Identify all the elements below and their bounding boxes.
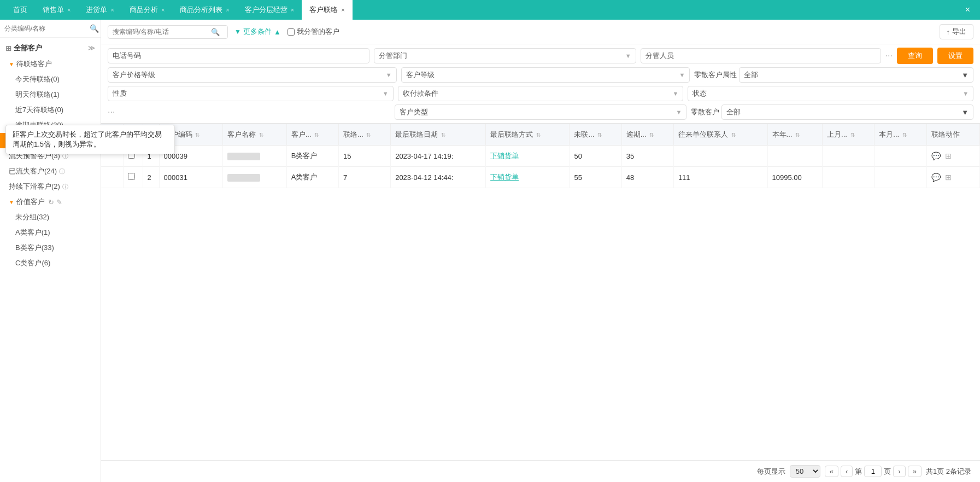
th-company-contact[interactable]: 往来单位联系人 ⇅ (673, 124, 767, 146)
retail-attr-field[interactable]: 全部 ▼ (739, 67, 973, 83)
page-number-input[interactable] (864, 466, 882, 477)
per-page-select[interactable]: 50 100 (790, 465, 820, 478)
nav-product-analysis-list[interactable]: 商品分析列表 × (172, 0, 237, 20)
search-icon[interactable]: 🔍 (211, 28, 220, 36)
department-field[interactable]: 分管部门 ▼ (374, 48, 636, 63)
customer-level-field[interactable]: 客户等级 ▼ (401, 67, 690, 83)
status-field[interactable]: 状态 ▼ (688, 86, 973, 101)
settings-button[interactable]: 设置 (937, 48, 973, 64)
th-last-contact-date[interactable]: 最后联络日期 ⇅ (391, 124, 486, 146)
nav-customer-tiered[interactable]: 客户分层经营 × (237, 0, 302, 20)
th-this-month[interactable]: 本月... ⇅ (875, 124, 926, 146)
manager-field[interactable]: 分管人员 (641, 48, 881, 63)
next-page-btn[interactable]: › (893, 466, 905, 477)
method-link-2[interactable]: 下销货单 (490, 173, 519, 181)
grid-action-icon-2[interactable]: ⊞ (945, 173, 952, 182)
nav-purchase[interactable]: 进货单 × (78, 0, 121, 20)
nav-product-list-close[interactable]: × (226, 7, 229, 13)
sort-icon-uncontacted: ⇅ (597, 132, 602, 138)
department-chevron: ▼ (625, 53, 631, 59)
nav-sales-close[interactable]: × (67, 7, 71, 13)
my-customers-checkbox[interactable] (287, 28, 295, 36)
th-customer-type[interactable]: 客户... ⇅ (286, 124, 338, 146)
table-header-row: ⚙ 客户编码 ⇅ 客户名称 ⇅ (101, 124, 980, 146)
sidebar-group-value-customers[interactable]: ▼ 价值客户 ↻ ✎ (0, 194, 101, 210)
th-customer-name[interactable]: 客户名称 ⇅ (223, 124, 287, 146)
row2-checkbox[interactable] (128, 173, 135, 180)
advanced-filter: 电话号码 分管部门 ▼ 分管人员 ··· 查询 设置 客户价格等级 (101, 44, 980, 124)
sidebar-item-today-pending[interactable]: 今天待联络(0) (0, 72, 101, 87)
th-overdue[interactable]: 逾期... ⇅ (621, 124, 673, 146)
sidebar-item-churned[interactable]: 已流失客户(24) ⓘ (0, 164, 101, 179)
sidebar-search-icon[interactable]: 🔍 (90, 24, 99, 33)
triangle-icon: ▼ (9, 61, 14, 67)
nav-purchase-close[interactable]: × (110, 7, 114, 13)
chat-icon-1[interactable]: 💬 (931, 152, 941, 160)
payment-field[interactable]: 收付款条件 ▼ (398, 86, 684, 101)
th-contact-count[interactable]: 联络... ⇅ (338, 124, 390, 146)
th-last-contact-method[interactable]: 最后联络方式 ⇅ (486, 124, 570, 146)
more-conditions-btn[interactable]: ▼ 更多条件 ▲ (234, 27, 281, 37)
chevron-up-icon: ▲ (274, 28, 281, 36)
sidebar-item-class-b[interactable]: B类客户(33) (0, 240, 101, 255)
sort-icon-contact: ⇅ (366, 132, 371, 138)
sort-icon-method: ⇅ (536, 132, 541, 138)
sidebar-collapse-btn[interactable]: ≫ (88, 44, 95, 52)
row4-dots[interactable]: ··· (108, 107, 390, 117)
customer-type-field[interactable]: 客户类型 ▼ (395, 104, 687, 120)
prev-page-btn[interactable]: ‹ (841, 466, 853, 477)
sidebar-item-class-c[interactable]: C类客户(6) (0, 255, 101, 271)
td-date-1: 2023-04-17 14:19: (391, 146, 486, 167)
sidebar-item-declining[interactable]: 持续下滑客户(2) ⓘ (0, 179, 101, 194)
nav-home[interactable]: 首页 (5, 0, 35, 20)
grid-action-icon-1[interactable]: ⊞ (945, 152, 952, 160)
nav-customer-tiered-close[interactable]: × (291, 7, 294, 13)
nav-customer-contact[interactable]: 客户联络 × (302, 0, 352, 20)
last-page-btn[interactable]: » (908, 466, 922, 477)
sidebar-all-customers[interactable]: ⊞ 全部客户 ≫ (0, 40, 101, 56)
price-level-field[interactable]: 客户价格等级 ▼ (108, 67, 397, 83)
info-icon-churned: ⓘ (59, 167, 65, 176)
sidebar-item-class-a[interactable]: A类客户(1) (0, 225, 101, 240)
sidebar: 🔍 ⊞ 全部客户 ≫ ▼ 待联络客户 今天待联络(0) 明天待联络(1) 近7天… (0, 20, 101, 482)
td-thismonth-1 (875, 146, 926, 167)
sidebar-group-pending[interactable]: ▼ 待联络客户 (0, 56, 101, 72)
td-name-2 (223, 167, 287, 188)
my-customers-checkbox-wrap[interactable]: 我分管的客户 (287, 27, 339, 37)
nav-sales[interactable]: 销售单 × (35, 0, 78, 20)
first-page-btn[interactable]: « (825, 466, 838, 477)
export-button[interactable]: ↑ 导出 (940, 24, 974, 39)
status-chevron: ▼ (963, 90, 969, 97)
sidebar-item-ungrouped[interactable]: 未分组(32) (0, 210, 101, 225)
table-area: ⚙ 客户编码 ⇅ 客户名称 ⇅ (101, 124, 980, 460)
search-input[interactable] (113, 28, 211, 36)
export-icon: ↑ (947, 28, 950, 36)
info-icon-declining: ⓘ (62, 183, 68, 191)
retail-customer-field[interactable]: 全部 ▼ (721, 104, 973, 120)
sort-icon-last-month: ⇅ (850, 132, 855, 138)
manager-dots[interactable]: ··· (885, 51, 893, 61)
window-close-button[interactable]: × (961, 5, 975, 15)
retail-attr-label: 零散客户属性 (694, 70, 737, 80)
td-thismonth-2 (875, 167, 926, 188)
sidebar-search-input[interactable] (4, 25, 86, 32)
sidebar-item-tomorrow-pending[interactable]: 明天待联络(1) (0, 87, 101, 102)
th-this-year[interactable]: 本年... ⇅ (767, 124, 823, 146)
nature-chevron: ▼ (383, 90, 389, 97)
refresh-icon[interactable]: ↻ (48, 198, 54, 206)
nav-product-analysis-close[interactable]: × (161, 7, 165, 13)
nature-field[interactable]: 性质 ▼ (108, 86, 394, 101)
method-link-1[interactable]: 下销货单 (490, 152, 519, 160)
query-button[interactable]: 查询 (897, 48, 933, 64)
phone-field[interactable]: 电话号码 (108, 48, 369, 63)
th-last-month[interactable]: 上月... ⇅ (823, 124, 875, 146)
page-nav: « ‹ 第 页 › » (825, 466, 922, 477)
th-uncontacted[interactable]: 未联... ⇅ (570, 124, 621, 146)
td-type-2: A类客户 (286, 167, 338, 188)
payment-chevron: ▼ (672, 90, 678, 97)
nav-product-analysis[interactable]: 商品分析 × (122, 0, 172, 20)
sidebar-item-7days-pending[interactable]: 近7天待联络(0) (0, 102, 101, 118)
chat-icon-2[interactable]: 💬 (931, 173, 941, 182)
nav-customer-contact-close[interactable]: × (341, 7, 344, 13)
edit-icon[interactable]: ✎ (56, 198, 62, 206)
